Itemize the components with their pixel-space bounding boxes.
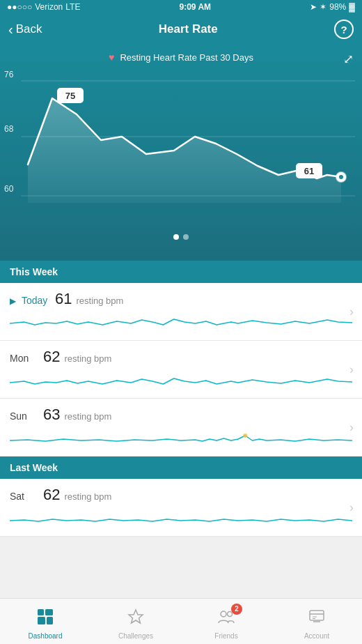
mini-chart-sun bbox=[10, 425, 352, 450]
svg-text:61: 61 bbox=[304, 166, 314, 176]
dot-2 bbox=[183, 234, 189, 240]
tab-friends[interactable]: 2 Friends bbox=[181, 599, 272, 644]
svg-text:75: 75 bbox=[65, 91, 75, 101]
table-row[interactable]: Sat 62 resting bpm › bbox=[0, 479, 362, 537]
bluetooth-icon: ✶ bbox=[320, 2, 326, 12]
tab-account-label: Account bbox=[304, 632, 329, 640]
svg-rect-17 bbox=[310, 611, 324, 620]
this-week-header: This Week bbox=[0, 261, 362, 283]
tab-dashboard-label: Dashboard bbox=[29, 632, 63, 640]
help-label: ? bbox=[340, 24, 347, 36]
table-row[interactable]: ▶ Today 61 resting bpm › bbox=[0, 283, 362, 341]
scroll-content[interactable]: This Week ▶ Today 61 resting bpm › Mon 6… bbox=[0, 261, 362, 598]
battery-level: 98% bbox=[329, 2, 346, 12]
chevron-right-icon: › bbox=[349, 420, 354, 435]
row-header: ▶ Today 61 resting bpm bbox=[10, 290, 352, 308]
chevron-right-icon: › bbox=[349, 362, 354, 377]
svg-rect-10 bbox=[38, 609, 44, 615]
day-label: Sat bbox=[10, 491, 39, 502]
svg-point-8 bbox=[339, 175, 343, 179]
y-label-mid: 68 bbox=[4, 124, 13, 134]
hr-value: 62 bbox=[43, 348, 60, 366]
hr-value: 62 bbox=[43, 486, 60, 504]
nav-bar: ‹ Back Heart Rate ? bbox=[0, 14, 362, 45]
tab-dashboard[interactable]: Dashboard bbox=[0, 599, 90, 644]
tab-challenges[interactable]: Challenges bbox=[90, 599, 181, 644]
pagination-dots bbox=[0, 234, 362, 245]
hr-value: 61 bbox=[55, 290, 72, 308]
back-chevron-icon: ‹ bbox=[8, 22, 13, 38]
tab-account[interactable]: Account bbox=[272, 599, 362, 644]
heart-icon: ♥ bbox=[109, 52, 114, 63]
y-label-min: 60 bbox=[4, 184, 13, 194]
last-week-header: Last Week bbox=[0, 457, 362, 479]
back-button[interactable]: ‹ Back bbox=[8, 22, 42, 38]
day-label: Sun bbox=[10, 411, 39, 422]
mini-chart-mon bbox=[10, 367, 352, 392]
mini-chart-sat bbox=[10, 505, 352, 530]
friends-badge: 2 bbox=[231, 604, 242, 615]
hr-value: 63 bbox=[43, 406, 60, 424]
tab-bar: Dashboard Challenges 2 Friends bbox=[0, 598, 362, 644]
day-label: Mon bbox=[10, 353, 39, 364]
back-label: Back bbox=[16, 22, 42, 36]
dashboard-icon bbox=[36, 608, 54, 630]
account-icon bbox=[308, 608, 326, 630]
help-button[interactable]: ? bbox=[334, 20, 354, 39]
heart-rate-chart-container: ♥ Resting Heart Rate Past 30 Days ⤢ 76 6… bbox=[0, 45, 362, 261]
chart-svg: 75 61 bbox=[0, 67, 362, 227]
chart-legend-text: Resting Heart Rate Past 30 Days bbox=[120, 52, 253, 63]
status-right: ➤ ✶ 98% ▓ bbox=[310, 2, 355, 12]
dot-1 bbox=[173, 234, 179, 240]
y-label-top: 76 bbox=[4, 70, 13, 79]
status-time: 9:09 AM bbox=[180, 2, 212, 12]
tab-friends-label: Friends bbox=[214, 632, 237, 640]
chart-legend: ♥ Resting Heart Rate Past 30 Days bbox=[0, 45, 362, 67]
svg-point-15 bbox=[221, 611, 226, 617]
page-title: Heart Rate bbox=[159, 22, 218, 36]
svg-marker-14 bbox=[129, 610, 143, 623]
table-row[interactable]: Mon 62 resting bpm › bbox=[0, 341, 362, 399]
hr-unit: resting bpm bbox=[64, 491, 111, 502]
table-row[interactable]: Sun 63 resting bpm › bbox=[0, 399, 362, 457]
play-icon: ▶ bbox=[10, 296, 16, 306]
day-label: Today bbox=[22, 295, 51, 306]
carrier-name: Verizon bbox=[35, 2, 63, 12]
svg-rect-12 bbox=[38, 617, 45, 624]
mini-chart-today bbox=[10, 309, 352, 335]
svg-point-9 bbox=[243, 434, 247, 438]
signal-dots: ●●○○○ bbox=[7, 2, 32, 12]
row-header: Sat 62 resting bpm bbox=[10, 486, 352, 504]
hr-unit: resting bpm bbox=[76, 296, 123, 306]
challenges-icon bbox=[127, 608, 145, 630]
chevron-right-icon: › bbox=[349, 500, 354, 515]
carrier-info: ●●○○○ Verizon LTE bbox=[7, 2, 80, 12]
network-type: LTE bbox=[65, 2, 80, 12]
chart-area: 76 68 60 75 61 bbox=[0, 67, 362, 234]
row-header: Sun 63 resting bpm bbox=[10, 406, 352, 424]
svg-rect-13 bbox=[47, 617, 53, 624]
status-bar: ●●○○○ Verizon LTE 9:09 AM ➤ ✶ 98% ▓ bbox=[0, 0, 362, 14]
location-icon: ➤ bbox=[310, 2, 317, 12]
hr-unit: resting bpm bbox=[64, 411, 111, 422]
row-header: Mon 62 resting bpm bbox=[10, 348, 352, 366]
hr-unit: resting bpm bbox=[64, 353, 111, 364]
tab-challenges-label: Challenges bbox=[118, 632, 153, 640]
chevron-right-icon: › bbox=[349, 305, 354, 319]
battery-icon: ▓ bbox=[349, 2, 355, 12]
svg-rect-11 bbox=[45, 609, 53, 615]
expand-button[interactable]: ⤢ bbox=[343, 52, 354, 67]
friends-icon: 2 bbox=[217, 608, 235, 630]
